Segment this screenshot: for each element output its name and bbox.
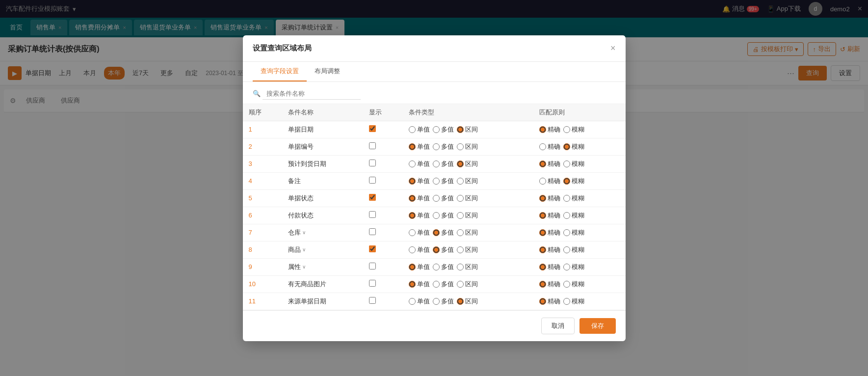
- match-option-精确[interactable]: 精确: [539, 228, 560, 237]
- type-radio-多值[interactable]: [433, 126, 440, 133]
- display-checkbox-7[interactable]: [369, 245, 376, 252]
- row-display-1[interactable]: [363, 138, 403, 155]
- match-option-模糊[interactable]: 模糊: [563, 142, 584, 151]
- type-radio-区间[interactable]: [457, 246, 464, 253]
- type-radio-单值[interactable]: [409, 195, 416, 202]
- match-option-模糊[interactable]: 模糊: [563, 228, 584, 237]
- type-radio-区间[interactable]: [457, 264, 464, 270]
- row-display-6[interactable]: [363, 224, 403, 241]
- type-radio-区间[interactable]: [457, 178, 464, 185]
- type-option-多值[interactable]: 多值: [433, 125, 454, 134]
- match-option-精确[interactable]: 精确: [539, 125, 560, 134]
- type-radio-区间[interactable]: [457, 281, 464, 288]
- name-dropdown[interactable]: 仓库 ∨: [288, 228, 357, 237]
- type-option-单值[interactable]: 单值: [409, 160, 430, 168]
- cancel-button[interactable]: 取消: [541, 318, 575, 334]
- match-radio-精确[interactable]: [539, 212, 546, 219]
- type-radio-多值[interactable]: [433, 298, 440, 305]
- type-radio-单值[interactable]: [409, 212, 416, 219]
- display-checkbox-3[interactable]: [369, 177, 376, 184]
- type-option-多值[interactable]: 多值: [433, 228, 454, 237]
- match-option-精确[interactable]: 精确: [539, 160, 560, 168]
- match-radio-模糊[interactable]: [563, 246, 570, 253]
- type-radio-多值[interactable]: [433, 229, 440, 236]
- type-radio-单值[interactable]: [409, 126, 416, 133]
- match-radio-模糊[interactable]: [563, 264, 570, 270]
- match-radio-精确[interactable]: [539, 298, 546, 305]
- type-radio-单值[interactable]: [409, 161, 416, 167]
- display-checkbox-6[interactable]: [369, 228, 376, 235]
- type-option-多值[interactable]: 多值: [433, 194, 454, 203]
- type-option-单值[interactable]: 单值: [409, 125, 430, 134]
- type-radio-单值[interactable]: [409, 281, 416, 288]
- type-radio-多值[interactable]: [433, 212, 440, 219]
- match-option-模糊[interactable]: 模糊: [563, 280, 584, 289]
- match-option-精确[interactable]: 精确: [539, 297, 560, 306]
- display-checkbox-5[interactable]: [369, 211, 376, 218]
- match-radio-精确[interactable]: [539, 246, 546, 253]
- type-option-单值[interactable]: 单值: [409, 280, 430, 289]
- match-option-精确[interactable]: 精确: [539, 177, 560, 186]
- type-radio-单值[interactable]: [409, 229, 416, 236]
- match-option-模糊[interactable]: 模糊: [563, 211, 584, 220]
- type-option-区间[interactable]: 区间: [457, 228, 478, 237]
- type-option-单值[interactable]: 单值: [409, 263, 430, 271]
- match-radio-精确[interactable]: [539, 161, 546, 167]
- match-option-模糊[interactable]: 模糊: [563, 263, 584, 271]
- type-option-区间[interactable]: 区间: [457, 263, 478, 271]
- type-radio-单值[interactable]: [409, 143, 416, 150]
- row-display-3[interactable]: [363, 172, 403, 189]
- display-checkbox-0[interactable]: [369, 125, 376, 132]
- match-option-精确[interactable]: 精确: [539, 194, 560, 203]
- display-checkbox-2[interactable]: [369, 160, 376, 166]
- row-display-10[interactable]: [363, 293, 403, 310]
- type-option-单值[interactable]: 单值: [409, 211, 430, 220]
- type-radio-区间[interactable]: [457, 212, 464, 219]
- type-radio-多值[interactable]: [433, 178, 440, 185]
- match-radio-模糊[interactable]: [563, 298, 570, 305]
- row-display-2[interactable]: [363, 155, 403, 172]
- type-radio-单值[interactable]: [409, 178, 416, 185]
- match-option-模糊[interactable]: 模糊: [563, 194, 584, 203]
- name-dropdown[interactable]: 属性 ∨: [288, 263, 357, 271]
- match-radio-模糊[interactable]: [563, 229, 570, 236]
- match-radio-精确[interactable]: [539, 229, 546, 236]
- modal-tab-layout[interactable]: 布局调整: [307, 62, 348, 81]
- row-display-9[interactable]: [363, 275, 403, 293]
- type-option-区间[interactable]: 区间: [457, 160, 478, 168]
- type-option-多值[interactable]: 多值: [433, 211, 454, 220]
- match-radio-精确[interactable]: [539, 264, 546, 270]
- match-radio-模糊[interactable]: [563, 178, 570, 185]
- modal-close-button[interactable]: ×: [610, 43, 616, 54]
- type-radio-单值[interactable]: [409, 246, 416, 253]
- type-radio-多值[interactable]: [433, 195, 440, 202]
- match-radio-模糊[interactable]: [563, 126, 570, 133]
- type-option-单值[interactable]: 单值: [409, 228, 430, 237]
- display-checkbox-1[interactable]: [369, 142, 376, 149]
- match-option-模糊[interactable]: 模糊: [563, 297, 584, 306]
- type-radio-单值[interactable]: [409, 264, 416, 270]
- display-checkbox-4[interactable]: [369, 194, 376, 201]
- type-radio-多值[interactable]: [433, 143, 440, 150]
- match-radio-模糊[interactable]: [563, 195, 570, 202]
- type-option-多值[interactable]: 多值: [433, 160, 454, 168]
- match-option-模糊[interactable]: 模糊: [563, 177, 584, 186]
- row-display-7[interactable]: [363, 241, 403, 258]
- type-option-多值[interactable]: 多值: [433, 263, 454, 271]
- type-option-单值[interactable]: 单值: [409, 177, 430, 186]
- row-display-5[interactable]: [363, 207, 403, 224]
- match-radio-精确[interactable]: [539, 126, 546, 133]
- type-option-区间[interactable]: 区间: [457, 177, 478, 186]
- display-checkbox-9[interactable]: [369, 280, 376, 287]
- match-radio-精确[interactable]: [539, 143, 546, 150]
- match-radio-精确[interactable]: [539, 178, 546, 185]
- match-radio-模糊[interactable]: [563, 281, 570, 288]
- type-option-单值[interactable]: 单值: [409, 194, 430, 203]
- type-option-多值[interactable]: 多值: [433, 280, 454, 289]
- type-option-多值[interactable]: 多值: [433, 297, 454, 306]
- match-option-模糊[interactable]: 模糊: [563, 245, 584, 254]
- match-radio-模糊[interactable]: [563, 212, 570, 219]
- match-option-精确[interactable]: 精确: [539, 280, 560, 289]
- type-radio-多值[interactable]: [433, 246, 440, 253]
- row-display-8[interactable]: [363, 258, 403, 275]
